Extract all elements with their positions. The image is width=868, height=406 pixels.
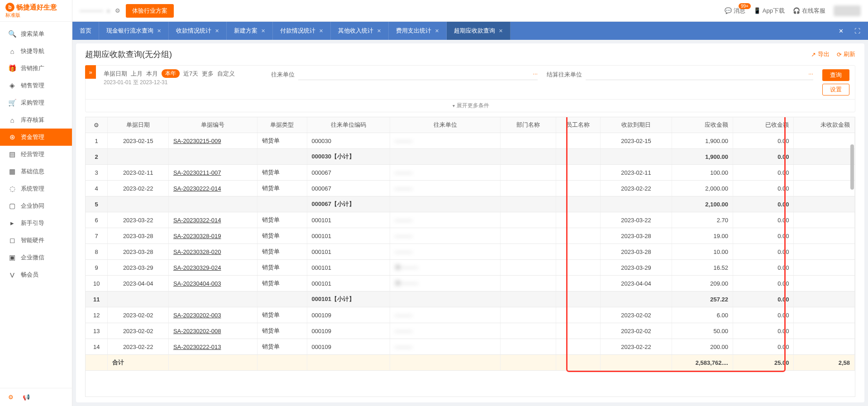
settle-more-icon[interactable]: ··· <box>808 70 813 77</box>
gear-icon[interactable]: ⚙ <box>115 7 120 14</box>
filter-settle-label: 结算往来单位 <box>547 71 582 79</box>
tab-7[interactable]: 超期应收款查询✕ <box>447 22 510 40</box>
config-button[interactable]: 设置 <box>822 84 849 96</box>
table-row[interactable]: 13 2023-02-02 SA-20230202-008 销货单 000109… <box>86 323 855 339</box>
nav-item-0[interactable]: 🔍搜索菜单 <box>0 25 72 43</box>
col-header-11[interactable]: 未收款金额 <box>794 117 855 133</box>
table-row[interactable]: 9 2023-03-29 SA-20230329-024 销货单 000101 … <box>86 260 855 276</box>
date-opt-3[interactable]: 近7天 <box>183 70 198 78</box>
messages-link[interactable]: 💬消息 99+ <box>725 7 745 15</box>
docno-link[interactable]: SA-20230322-014 <box>173 217 221 224</box>
nav-label: 经营管理 <box>21 150 44 158</box>
close-icon[interactable]: ✕ <box>157 28 161 34</box>
close-icon[interactable]: ✕ <box>319 28 323 34</box>
col-header-0[interactable]: ⚙ <box>86 117 108 133</box>
date-opt-2[interactable]: 本年 <box>162 69 180 78</box>
date-opt-4[interactable]: 更多 <box>202 70 214 78</box>
tab-2[interactable]: 收款情况统计✕ <box>169 22 227 40</box>
filter-settle-input[interactable]: ··· <box>586 69 813 80</box>
close-icon[interactable]: ✕ <box>377 28 381 34</box>
col-header-6[interactable]: 部门名称 <box>501 117 556 133</box>
support-link[interactable]: 🎧在线客服 <box>793 7 825 15</box>
col-header-8[interactable]: 收款到期日 <box>600 117 672 133</box>
org-dropdown[interactable]: ———— <box>80 7 110 14</box>
table-row[interactable]: 7 2023-03-28 SA-20230328-019 销货单 000101 … <box>86 228 855 244</box>
scrollbar[interactable] <box>850 144 854 190</box>
col-header-1[interactable]: 单据日期 <box>108 117 168 133</box>
query-button[interactable]: 查询 <box>822 69 849 81</box>
app-download-link[interactable]: 📱App下载 <box>754 7 785 15</box>
nav-item-6[interactable]: ⊛资金管理 <box>0 129 72 146</box>
table-row[interactable]: 12 2023-02-02 SA-20230202-003 销货单 000109… <box>86 307 855 323</box>
docno-link[interactable]: SA-20230202-008 <box>173 328 221 334</box>
col-header-7[interactable]: 员工名称 <box>556 117 600 133</box>
nav-item-10[interactable]: ▢企业协同 <box>0 197 72 215</box>
nav-item-13[interactable]: ▣企业微信 <box>0 249 72 266</box>
nav-item-2[interactable]: 🎁营销推广 <box>0 60 72 77</box>
table-row[interactable]: 6 2023-03-22 SA-20230322-014 销货单 000101 … <box>86 212 855 228</box>
table-row[interactable]: 11 000101【小计】 257.220.00 <box>86 291 855 307</box>
table-row[interactable]: 3 2023-02-11 SA-20230211-007 销货单 000067 … <box>86 165 855 181</box>
docno-link[interactable]: SA-20230404-003 <box>173 280 221 287</box>
nav-label: 系统管理 <box>21 185 44 193</box>
tab-1[interactable]: 现金银行流水查询✕ <box>99 22 169 40</box>
date-opt-1[interactable]: 本月 <box>146 70 158 78</box>
table-row[interactable]: 2 000030【小计】 1,900.000.00 <box>86 149 855 165</box>
avatar[interactable] <box>834 5 861 16</box>
nav-item-7[interactable]: ▤经营管理 <box>0 146 72 163</box>
expand-filter-button[interactable]: 展开更多条件 <box>86 99 855 112</box>
table-row[interactable]: 10 2023-04-04 SA-20230404-003 销货单 000101… <box>86 276 855 291</box>
filter-collapse-toggle[interactable]: » <box>85 65 96 79</box>
col-header-2[interactable]: 单据编号 <box>168 117 257 133</box>
docno-link[interactable]: SA-20230329-024 <box>173 264 221 271</box>
table-row[interactable]: 5 000067【小计】 2,100.000.00 <box>86 196 855 212</box>
close-icon[interactable]: ✕ <box>261 28 265 34</box>
col-header-10[interactable]: 已收金额 <box>733 117 793 133</box>
nav-item-4[interactable]: 🛒采购管理 <box>0 94 72 111</box>
tab-6[interactable]: 费用支出统计✕ <box>389 22 447 40</box>
filter-unit-input[interactable]: ··· <box>298 69 538 80</box>
nav-item-12[interactable]: ◻智能硬件 <box>0 232 72 249</box>
settings-icon[interactable]: ⚙ <box>8 394 14 401</box>
table-row[interactable]: 4 2023-02-22 SA-20230222-014 销货单 000067 … <box>86 181 855 196</box>
trial-button[interactable]: 体验行业方案 <box>126 4 174 18</box>
sound-icon[interactable]: 📢 <box>23 394 30 401</box>
docno-link[interactable]: SA-20230211-007 <box>173 169 221 176</box>
fullscreen-button[interactable]: ⛶ <box>851 24 863 37</box>
date-opt-0[interactable]: 上月 <box>131 70 143 78</box>
docno-link[interactable]: SA-20230222-014 <box>173 185 221 192</box>
col-header-3[interactable]: 单据类型 <box>257 117 307 133</box>
close-icon[interactable]: ✕ <box>435 28 439 34</box>
docno-link[interactable]: SA-20230215-009 <box>173 138 221 144</box>
tab-5[interactable]: 其他收入统计✕ <box>331 22 389 40</box>
tab-3[interactable]: 新建方案✕ <box>227 22 273 40</box>
docno-link[interactable]: SA-20230328-020 <box>173 248 221 255</box>
nav-item-8[interactable]: ▦基础信息 <box>0 163 72 180</box>
close-icon[interactable]: ✕ <box>499 28 503 34</box>
nav-item-5[interactable]: ⌂库存核算 <box>0 111 72 129</box>
col-header-4[interactable]: 往来单位编码 <box>307 117 390 133</box>
close-icon[interactable]: ✕ <box>215 28 219 34</box>
tab-label: 首页 <box>80 27 91 35</box>
table-row[interactable]: 1 2023-02-15 SA-20230215-009 销货单 000030 … <box>86 133 855 149</box>
table-row[interactable]: 8 2023-03-28 SA-20230328-020 销货单 000101 … <box>86 244 855 260</box>
nav-item-14[interactable]: V畅会员 <box>0 266 72 283</box>
table-row[interactable]: 14 2023-02-22 SA-20230222-013 销货单 000109… <box>86 339 855 355</box>
nav-item-1[interactable]: ⌂快捷导航 <box>0 43 72 60</box>
refresh-button[interactable]: ⟳刷新 <box>837 50 855 58</box>
close-tabs-button[interactable]: ✕ <box>835 24 847 37</box>
docno-link[interactable]: SA-20230202-003 <box>173 312 221 319</box>
chevron-down-icon <box>106 7 110 14</box>
nav-item-3[interactable]: ◈销售管理 <box>0 77 72 94</box>
nav-item-11[interactable]: ▸新手引导 <box>0 215 72 232</box>
col-header-9[interactable]: 应收金额 <box>672 117 733 133</box>
unit-more-icon[interactable]: ··· <box>533 70 538 77</box>
col-header-5[interactable]: 往来单位 <box>390 117 501 133</box>
docno-link[interactable]: SA-20230328-019 <box>173 233 221 239</box>
export-button[interactable]: ↗导出 <box>811 50 830 58</box>
date-opt-5[interactable]: 自定义 <box>217 70 235 78</box>
tab-4[interactable]: 付款情况统计✕ <box>273 22 331 40</box>
docno-link[interactable]: SA-20230222-013 <box>173 344 221 350</box>
nav-item-9[interactable]: ◌系统管理 <box>0 180 72 197</box>
tab-0[interactable]: 首页 <box>72 22 99 40</box>
